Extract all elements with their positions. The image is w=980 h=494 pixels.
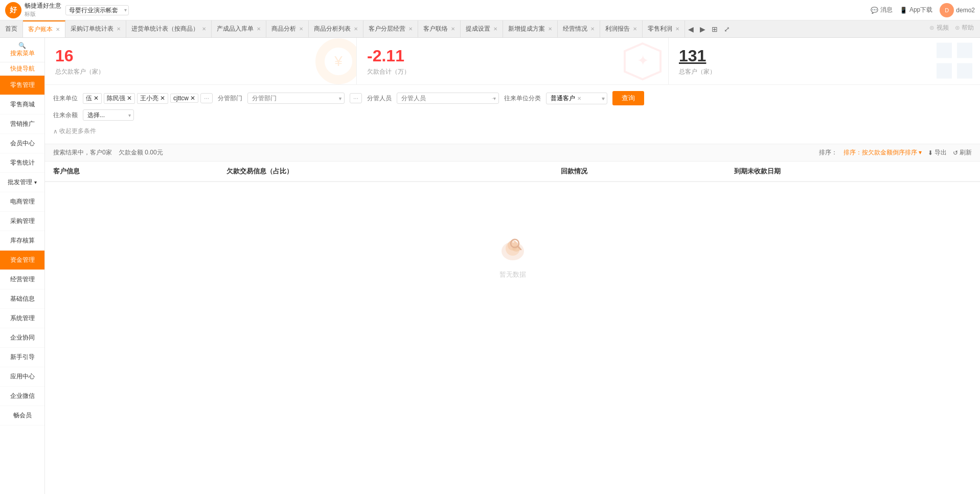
filter-person-wrap[interactable]: ··· [397,93,499,104]
tab-customer-tier-close[interactable]: ✕ [408,26,413,32]
app-download-action[interactable]: 📱 App下载 [900,6,932,14]
col-customer-info: 客户信息 [45,162,218,182]
sidebar-search[interactable]: 🔍 搜索菜单 [0,38,44,62]
sidebar-item-system[interactable]: 系统管理 [0,309,44,328]
tab-retail-profit[interactable]: 零售利润 ✕ [643,20,685,38]
sidebar-quick-nav[interactable]: 快捷导航 [0,62,44,76]
company-select-wrap[interactable]: 母婴行业演示帐套 ▾ [65,5,129,15]
sidebar-item-ecommerce[interactable]: 电商管理 [0,192,44,212]
collapse-btn[interactable]: ∧ 收起更多条件 [53,127,972,136]
filter-balance-wrap[interactable]: 选择... [83,109,134,121]
empty-state: 暂无数据 [45,182,980,320]
sidebar-item-retail-stats[interactable]: 零售统计 [0,153,44,173]
tab-retail-profit-close[interactable]: ✕ [675,26,679,32]
sidebar-item-member[interactable]: 会员中心 [0,134,44,153]
tab-customer-contact-close[interactable]: ✕ [451,26,455,32]
tab-product-analysis-close[interactable]: ✕ [299,26,303,32]
company-select[interactable]: 母婴行业演示帐套 [65,5,129,15]
sort-select[interactable]: 排序：按欠款金额倒序排序 ▾ [844,148,922,157]
filter-tag-wang-close[interactable]: ✕ [160,95,165,102]
result-bar-right: 排序： 排序：按欠款金额倒序排序 ▾ ⬇ 导出 ↺ 刷新 [819,148,972,157]
filter-dept-wrap[interactable]: ▾ [247,93,345,104]
tab-customer-ledger-close[interactable]: ✕ [56,27,60,32]
tab-scroll-left[interactable]: ◀ [685,20,697,38]
filter-more-btn[interactable]: ··· [200,93,213,103]
filter-category-label: 往来单位分类 [504,94,541,103]
filter-tag-wu[interactable]: 伍 ✕ [83,93,102,104]
sidebar-item-wholesale-arrow: ▾ [34,179,37,185]
stat-bg-circle-3 [934,40,975,82]
filter-tag-cjttcw[interactable]: cjttcw ✕ [170,94,198,103]
tab-business-close[interactable]: ✕ [590,26,595,32]
tab-customer-tier[interactable]: 客户分层经营 ✕ [363,20,418,38]
sidebar-item-finance[interactable]: 资金管理 [0,251,44,270]
empty-illustration [492,223,533,264]
tab-product-instock[interactable]: 产成品入库单 ✕ [212,20,266,38]
filter-tag-wu-close[interactable]: ✕ [94,95,99,102]
sidebar-item-guide[interactable]: 新手引导 [0,348,44,367]
sidebar-item-marketing[interactable]: 营销推广 [0,115,44,134]
result-amount: 欠款金额 0.00元 [119,149,163,156]
filter-category-tag-close[interactable]: ✕ [577,96,581,101]
sidebar-item-collab[interactable]: 企业协同 [0,328,44,348]
tab-customer-contact[interactable]: 客户联络 ✕ [418,20,461,38]
sidebar-item-wecom-label: 企业微信 [10,392,35,400]
sidebar-item-retail-label: 零售管理 [10,81,35,89]
filter-tag-chen[interactable]: 陈民强 ✕ [104,93,135,104]
sidebar-item-member2[interactable]: 畅会员 [0,406,44,425]
filter-category-wrap[interactable]: 普通客户 ✕ ▾ [546,93,607,104]
sidebar-item-retail[interactable]: 零售管理 [0,76,44,95]
filter-row-1: 往来单位 伍 ✕ 陈民强 ✕ 王小亮 ✕ [53,91,972,105]
tab-scroll-right[interactable]: ▶ [697,20,709,38]
tab-profit-report-close[interactable]: ✕ [633,26,637,32]
user-menu[interactable]: D demo2 [940,3,975,17]
filter-balance-select[interactable]: 选择... [83,109,134,121]
export-action[interactable]: ⬇ 导出 [928,148,947,157]
filter-person-input[interactable] [397,93,499,104]
sidebar-item-retail-mall[interactable]: 零售商城 [0,95,44,115]
sidebar-item-wholesale[interactable]: 批发管理 ▾ [0,173,44,192]
tab-inbound-stats[interactable]: 进货单统计表（按商品） ✕ [126,20,212,38]
sidebar-item-basic-info[interactable]: 基础信息 [0,289,44,309]
stat-customers-number: 16 [55,46,346,65]
tab-new-commission[interactable]: 新增提成方案 ✕ [503,20,558,38]
filter-dept-more[interactable]: ··· [350,93,362,103]
filter-category-input[interactable]: 普通客户 ✕ ▾ [546,93,607,104]
tab-home[interactable]: 首页 [0,20,23,38]
tab-profit-report[interactable]: 利润报告 ✕ [600,20,643,38]
sidebar-item-inventory[interactable]: 库存核算 [0,231,44,251]
search-button[interactable]: 查询 [612,91,644,105]
tab-business[interactable]: 经营情况 ✕ [558,20,600,38]
tab-product-instock-close[interactable]: ✕ [257,26,261,32]
filter-dept-input[interactable] [247,93,345,104]
filter-tag-cjttcw-close[interactable]: ✕ [190,95,195,102]
tab-purchase-order-close[interactable]: ✕ [117,26,121,32]
sidebar-item-app-center[interactable]: 应用中心 [0,367,44,387]
tab-commission-setting[interactable]: 提成设置 ✕ [461,20,503,38]
tab-profit-report-label: 利润报告 [605,25,630,33]
tab-new-commission-close[interactable]: ✕ [548,26,552,32]
tab-inbound-close[interactable]: ✕ [202,26,206,32]
message-action[interactable]: 💬 消息 [871,6,893,14]
content-area: ⊙ 视频 ⊙ 帮助 ¥ 16 总欠款客户（家） ✦ [45,38,980,494]
sidebar-quick-nav-label: 快捷导航 [10,65,35,72]
tab-purchase-order-stats[interactable]: 采购订单统计表 ✕ [65,20,126,38]
tab-commission-setting-close[interactable]: ✕ [493,26,497,32]
page-content: ⊙ 视频 ⊙ 帮助 ¥ 16 总欠款客户（家） ✦ [45,38,980,494]
sidebar-item-ops[interactable]: 经营管理 [0,270,44,289]
tab-product-analysis-list-close[interactable]: ✕ [354,26,358,32]
sidebar-search-label: 搜索菜单 [10,50,35,57]
sidebar-item-purchase[interactable]: 采购管理 [0,212,44,231]
tab-product-analysis-list[interactable]: 商品分析列表 ✕ [309,20,363,38]
tab-inbound-stats-label: 进货单统计表（按商品） [131,25,199,33]
refresh-action[interactable]: ↺ 刷新 [953,148,972,157]
tab-product-analysis[interactable]: 商品分析 ✕ [266,20,309,38]
tab-customer-ledger[interactable]: 客户账本 ✕ [23,20,65,38]
tab-fullscreen[interactable]: ⤢ [721,20,733,38]
tab-expand[interactable]: ⊞ [709,20,721,38]
sidebar-item-finance-label: 资金管理 [10,256,35,264]
sidebar-item-wecom[interactable]: 企业微信 [0,387,44,406]
svg-rect-4 [937,63,952,78]
filter-tag-chen-close[interactable]: ✕ [127,95,132,102]
filter-tag-wang[interactable]: 王小亮 ✕ [137,93,168,104]
